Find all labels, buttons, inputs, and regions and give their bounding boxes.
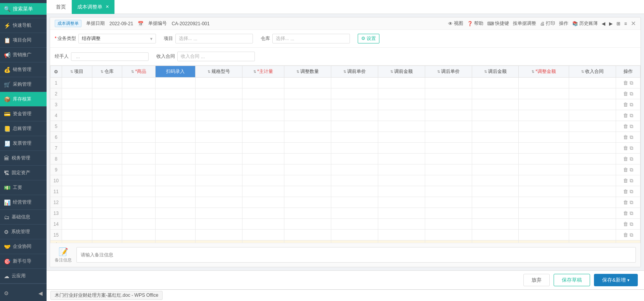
row-7-spec[interactable] xyxy=(196,143,242,154)
row-2-unit[interactable] xyxy=(242,88,284,99)
row-13-adj-amount[interactable] xyxy=(519,208,569,219)
row-6-scan[interactable] xyxy=(156,132,196,143)
row-2-copy-icon[interactable]: ⧉ xyxy=(630,91,633,97)
row-10-scan[interactable] xyxy=(156,175,196,186)
row-13-delete-icon[interactable]: 🗑 xyxy=(623,210,628,216)
row-14-delete-icon[interactable]: 🗑 xyxy=(623,221,628,227)
sidebar-item-sys-mgmt[interactable]: ⚙系统管理 xyxy=(0,225,47,239)
row-7-product[interactable] xyxy=(122,143,156,154)
row-13-warehouse[interactable] xyxy=(92,208,122,219)
row-5-before-unit-price[interactable] xyxy=(331,121,378,132)
tab-home[interactable]: 首页 xyxy=(50,0,72,14)
row-7-after-unit-price[interactable] xyxy=(425,143,472,154)
row-4-delete-icon[interactable]: 🗑 xyxy=(623,112,628,119)
row-5-before-amount[interactable] xyxy=(378,121,425,132)
row-15-before-amount[interactable] xyxy=(378,230,425,240)
row-5-delete-icon[interactable]: 🗑 xyxy=(623,123,628,130)
row-6-before-amount[interactable] xyxy=(378,132,425,143)
row-12-unit[interactable] xyxy=(242,197,284,208)
sidebar-item-basic-info[interactable]: 🗂基础信息 xyxy=(0,210,47,225)
row-5-project[interactable] xyxy=(62,121,92,132)
row-1-copy-icon[interactable]: ⧉ xyxy=(630,80,633,86)
row-15-delete-icon[interactable]: 🗑 xyxy=(623,232,628,238)
settings-field-btn[interactable]: ⚙ 设置 xyxy=(358,34,379,43)
row-1-adj-qty[interactable] xyxy=(284,78,331,88)
row-15-unit[interactable] xyxy=(242,230,284,240)
row-7-unit[interactable] xyxy=(242,143,284,154)
row-4-before-amount[interactable] xyxy=(378,110,425,121)
row-9-income-contract[interactable] xyxy=(569,164,616,175)
row-12-before-unit-price[interactable] xyxy=(331,197,378,208)
sidebar-search[interactable]: 🔍 搜索菜单 xyxy=(0,3,47,15)
sidebar-item-inventory[interactable]: 📦库存核算 xyxy=(0,92,47,107)
row-10-before-amount[interactable] xyxy=(378,175,425,186)
row-9-spec[interactable] xyxy=(196,164,242,175)
row-13-unit[interactable] xyxy=(242,208,284,219)
row-8-scan[interactable] xyxy=(156,154,196,164)
row-13-copy-icon[interactable]: ⧉ xyxy=(630,210,633,216)
sidebar-item-finance[interactable]: 💳资金管理 xyxy=(0,107,47,121)
row-1-scan[interactable] xyxy=(156,78,196,88)
row-11-warehouse[interactable] xyxy=(92,186,122,197)
calendar-icon[interactable]: 📅 xyxy=(138,21,144,26)
batch-adjust-btn[interactable]: 按单据调整 xyxy=(513,20,536,27)
row-14-project[interactable] xyxy=(62,219,92,230)
row-5-unit[interactable] xyxy=(242,121,284,132)
row-9-before-amount[interactable] xyxy=(378,164,425,175)
row-5-copy-icon[interactable]: ⧉ xyxy=(630,123,633,130)
sidebar-item-invoice[interactable]: 🧾发票管理 xyxy=(0,136,47,151)
row-15-before-unit-price[interactable] xyxy=(331,230,378,240)
row-1-warehouse[interactable] xyxy=(92,78,122,88)
sidebar-item-assets[interactable]: 🏗固定资产 xyxy=(0,166,47,180)
row-1-before-unit-price[interactable] xyxy=(331,78,378,88)
taskbar-item[interactable]: 木门行业好业财处理方案-墓红红.doc - WPS Office xyxy=(50,291,163,300)
save-draft-button[interactable]: 保存草稿 xyxy=(554,274,590,286)
row-15-copy-icon[interactable]: ⧉ xyxy=(630,232,633,238)
row-15-product[interactable] xyxy=(122,230,156,240)
row-8-unit[interactable] xyxy=(242,154,284,164)
sidebar-item-quick-nav[interactable]: ⚡快速导航 xyxy=(0,18,47,33)
row-10-product[interactable] xyxy=(122,175,156,186)
row-3-spec[interactable] xyxy=(196,99,242,110)
row-11-delete-icon[interactable]: 🗑 xyxy=(623,189,628,195)
row-12-income-contract[interactable] xyxy=(569,197,616,208)
row-7-copy-icon[interactable]: ⧉ xyxy=(630,145,633,151)
nav-next-btn[interactable]: ▶ xyxy=(609,21,613,26)
row-14-unit[interactable] xyxy=(242,219,284,230)
row-12-after-unit-price[interactable] xyxy=(425,197,472,208)
row-7-project[interactable] xyxy=(62,143,92,154)
row-8-before-amount[interactable] xyxy=(378,154,425,164)
row-10-after-amount[interactable] xyxy=(472,175,519,186)
row-3-adj-qty[interactable] xyxy=(284,99,331,110)
help-btn[interactable]: ❓ 帮助 xyxy=(467,20,483,27)
row-8-income-contract[interactable] xyxy=(569,154,616,164)
row-3-after-amount[interactable] xyxy=(472,99,519,110)
collapse-icon[interactable]: ◀ xyxy=(38,290,43,296)
row-12-project[interactable] xyxy=(62,197,92,208)
row-2-scan[interactable] xyxy=(156,88,196,99)
row-14-scan[interactable] xyxy=(156,219,196,230)
row-14-before-amount[interactable] xyxy=(378,219,425,230)
row-12-warehouse[interactable] xyxy=(92,197,122,208)
panel-close-btn[interactable]: ✕ xyxy=(631,20,636,27)
row-2-after-unit-price[interactable] xyxy=(425,88,472,99)
row-3-warehouse[interactable] xyxy=(92,99,122,110)
row-15-project[interactable] xyxy=(62,230,92,240)
row-1-adj-amount[interactable] xyxy=(519,78,569,88)
row-4-after-unit-price[interactable] xyxy=(425,110,472,121)
sidebar-item-cloud-app[interactable]: ☁云应用 xyxy=(0,269,47,284)
handler-input[interactable]: ... xyxy=(71,52,149,61)
row-2-before-unit-price[interactable] xyxy=(331,88,378,99)
row-9-before-unit-price[interactable] xyxy=(331,164,378,175)
row-1-product[interactable] xyxy=(122,78,156,88)
row-7-income-contract[interactable] xyxy=(569,143,616,154)
row-6-project[interactable] xyxy=(62,132,92,143)
row-6-adj-amount[interactable] xyxy=(519,132,569,143)
history-btn[interactable]: 📚 历史账薄 xyxy=(572,20,598,27)
tab-close-icon[interactable]: ✕ xyxy=(106,4,109,9)
row-10-income-contract[interactable] xyxy=(569,175,616,186)
row-14-adj-amount[interactable] xyxy=(519,219,569,230)
row-9-adj-qty[interactable] xyxy=(284,164,331,175)
row-11-product[interactable] xyxy=(122,186,156,197)
row-2-before-amount[interactable] xyxy=(378,88,425,99)
